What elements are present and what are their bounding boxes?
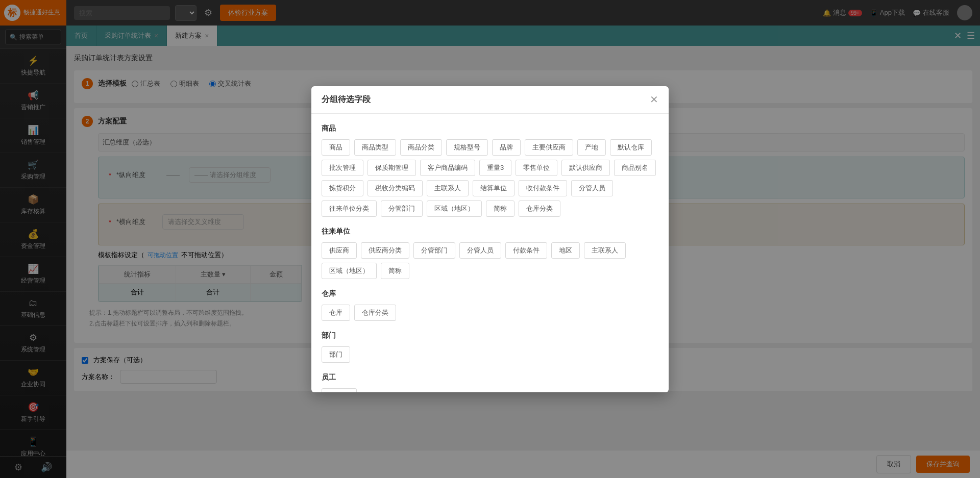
field-tags-counterpart: 供应商供应商分类分管部门分管人员付款条件地区主联系人区域（地区）简称 xyxy=(322,242,658,279)
field-tag[interactable]: 简称 xyxy=(381,263,409,279)
modal-body: 商品商品商品类型商品分类规格型号品牌主要供应商产地默认仓库批次管理保质期管理客户… xyxy=(311,114,669,392)
field-tag[interactable]: 仓库分类 xyxy=(519,200,560,217)
field-tag[interactable]: 零售单位 xyxy=(516,160,557,176)
field-tag[interactable]: 规格型号 xyxy=(446,139,488,156)
field-tag[interactable]: 商品分类 xyxy=(400,139,442,156)
field-tag[interactable]: 分管人员 xyxy=(571,180,613,196)
field-tag[interactable]: 拣货积分 xyxy=(322,180,363,196)
field-tag[interactable]: 商品 xyxy=(322,139,350,156)
field-tag[interactable]: 地区 xyxy=(551,242,580,259)
field-tags-warehouse: 仓库仓库分类 xyxy=(322,305,658,321)
field-tag[interactable]: 简称 xyxy=(486,200,514,217)
field-tags-product: 商品商品类型商品分类规格型号品牌主要供应商产地默认仓库批次管理保质期管理客户商品… xyxy=(322,139,658,217)
field-tag[interactable]: 分管部门 xyxy=(381,200,423,217)
modal-title: 分组待选字段 xyxy=(322,94,371,105)
field-tag[interactable]: 部门 xyxy=(322,346,350,363)
field-group-employee: 员工业务员 xyxy=(322,373,658,392)
field-tag[interactable]: 供应商 xyxy=(322,242,357,259)
field-group-warehouse: 仓库仓库仓库分类 xyxy=(322,289,658,321)
field-tag[interactable]: 供应商分类 xyxy=(361,242,409,259)
field-tag[interactable]: 保质期管理 xyxy=(368,160,416,176)
field-tag[interactable]: 默认仓库 xyxy=(610,139,652,156)
field-tag[interactable]: 付款条件 xyxy=(505,242,547,259)
field-tag[interactable]: 商品别名 xyxy=(614,160,656,176)
field-group-title-department: 部门 xyxy=(322,331,658,340)
field-group-title-product: 商品 xyxy=(322,124,658,133)
field-tag[interactable]: 批次管理 xyxy=(322,160,363,176)
field-tag[interactable]: 主要供应商 xyxy=(525,139,573,156)
field-selection-modal: 分组待选字段 ✕ 商品商品商品类型商品分类规格型号品牌主要供应商产地默认仓库批次… xyxy=(311,86,669,392)
field-tag[interactable]: 收付款条件 xyxy=(519,180,567,196)
field-tag[interactable]: 仓库 xyxy=(322,305,350,321)
field-group-title-employee: 员工 xyxy=(322,373,658,382)
field-group-department: 部门部门 xyxy=(322,331,658,363)
field-tag[interactable]: 仓库分类 xyxy=(354,305,396,321)
field-tag[interactable]: 区域（地区） xyxy=(427,200,482,217)
field-tag[interactable]: 税收分类编码 xyxy=(368,180,423,196)
modal-header: 分组待选字段 ✕ xyxy=(311,86,669,114)
field-tag[interactable]: 默认供应商 xyxy=(561,160,610,176)
field-group-title-counterpart: 往来单位 xyxy=(322,227,658,236)
modal-close-button[interactable]: ✕ xyxy=(650,94,658,105)
field-tag[interactable]: 业务员 xyxy=(322,388,357,392)
field-tags-employee: 业务员 xyxy=(322,388,658,392)
field-tag[interactable]: 重量3 xyxy=(479,160,511,176)
field-tag[interactable]: 结算单位 xyxy=(473,180,514,196)
field-tag[interactable]: 分管部门 xyxy=(413,242,455,259)
field-group-product: 商品商品商品类型商品分类规格型号品牌主要供应商产地默认仓库批次管理保质期管理客户… xyxy=(322,124,658,217)
field-tag[interactable]: 区域（地区） xyxy=(322,263,377,279)
field-tag[interactable]: 主联系人 xyxy=(427,180,469,196)
modal-overlay: 分组待选字段 ✕ 商品商品商品类型商品分类规格型号品牌主要供应商产地默认仓库批次… xyxy=(0,0,980,478)
field-tag[interactable]: 品牌 xyxy=(492,139,521,156)
field-group-counterpart: 往来单位供应商供应商分类分管部门分管人员付款条件地区主联系人区域（地区）简称 xyxy=(322,227,658,279)
field-tag[interactable]: 客户商品编码 xyxy=(420,160,475,176)
field-tag[interactable]: 商品类型 xyxy=(354,139,396,156)
field-tag[interactable]: 分管人员 xyxy=(459,242,501,259)
field-tag[interactable]: 往来单位分类 xyxy=(322,200,377,217)
field-tag[interactable]: 产地 xyxy=(577,139,606,156)
field-tags-department: 部门 xyxy=(322,346,658,363)
field-group-title-warehouse: 仓库 xyxy=(322,289,658,298)
field-tag[interactable]: 主联系人 xyxy=(584,242,626,259)
